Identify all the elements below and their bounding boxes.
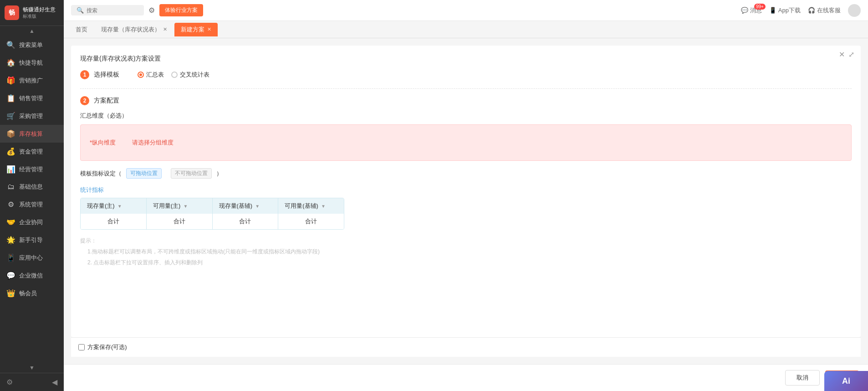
stats-col-2-header[interactable]: 可用量(主) ▼ [147, 198, 213, 214]
app-download-button[interactable]: 📱 App下载 [769, 6, 801, 15]
content-area: ✕ ⤢ 现存量(库存状况表)方案设置 1 选择模板 汇总表 [64, 38, 868, 364]
home-icon: 🏠 [6, 58, 15, 67]
search-bar[interactable]: 🔍 [71, 5, 144, 15]
radio-crosstab[interactable]: 交叉统计表 [171, 71, 209, 79]
sidebar-item-operations[interactable]: 📊 经营管理 [0, 160, 64, 178]
sidebar-item-inventory[interactable]: 📦 库存核算 [0, 125, 64, 143]
sidebar-item-label: 企业协同 [19, 218, 43, 226]
stats-col-3-label: 现存量(基辅) [219, 202, 253, 210]
message-badge: 99+ [754, 4, 766, 10]
search-menu-icon: 🔍 [6, 41, 15, 49]
sidebar-scroll-up[interactable]: ▲ [0, 26, 64, 36]
collapse-icon[interactable]: ◀ [52, 378, 57, 386]
sidebar-item-search-menu[interactable]: 🔍 搜索菜单 [0, 36, 64, 54]
panel-controls: ✕ ⤢ [839, 50, 854, 59]
app-name: 畅赚通好生意 [23, 6, 56, 14]
sidebar-item-label: 采购管理 [19, 112, 43, 120]
messages-button[interactable]: 💬 消息 99+ [741, 6, 762, 15]
tab-close-inventory[interactable]: ✕ [163, 26, 167, 32]
sidebar-item-quick-nav[interactable]: 🏠 快捷导航 [0, 54, 64, 72]
chevron-down-icon-3: ▼ [255, 204, 260, 209]
stats-cell-2: 合计 [147, 214, 213, 229]
step1-header: 1 选择模板 汇总表 交叉统计表 [80, 70, 852, 79]
save-label[interactable]: 方案保存(可选) [87, 343, 127, 351]
online-service-label: 在线客服 [817, 6, 841, 15]
page-title: 现存量(库存状况表)方案设置 [80, 55, 852, 63]
tab-inventory-status[interactable]: 现存量（库存状况表） ✕ [95, 23, 174, 36]
app-center-icon: 📱 [6, 253, 15, 262]
sidebar-item-member[interactable]: 👑 畅会员 [0, 284, 64, 302]
dimension-box[interactable]: *纵向维度 请选择分组维度 [80, 124, 852, 161]
sidebar-nav: 🔍 搜索菜单 🏠 快捷导航 🎁 营销推广 📋 销售管理 🛒 采购管理 📦 库存核… [0, 36, 64, 363]
app-logo-icon: 畅 [5, 5, 19, 20]
dimension-required-text: *纵向维度 [90, 139, 116, 147]
step1-title: 选择模板 [94, 71, 119, 79]
ai-float-button[interactable]: Ai [824, 371, 868, 391]
stats-col-3-header[interactable]: 现存量(基辅) ▼ [213, 198, 279, 214]
sidebar-item-sales[interactable]: 📋 销售管理 [0, 89, 64, 107]
purchase-icon: 🛒 [6, 112, 15, 120]
tab-inventory-label: 现存量（库存状况表） [101, 26, 160, 34]
sidebar-item-label: 营销推广 [19, 77, 43, 85]
tip-item-1: 1.拖动标题栏可以调整布局，不可跨维度或指标区域拖动(只能在同一维度或指标区域内… [80, 246, 852, 257]
download-icon: 📱 [769, 7, 776, 14]
stats-cell-1: 合计 [81, 214, 147, 229]
sidebar-item-basic-info[interactable]: 🗂 基础信息 [0, 178, 64, 196]
sidebar-item-label: 基础信息 [19, 183, 43, 191]
main-area: 🔍 ⚙ 体验行业方案 💬 消息 99+ 📱 App下载 🎧 在线客服 [64, 0, 868, 391]
message-icon: 💬 [741, 7, 748, 14]
sidebar-item-label: 搜索菜单 [19, 41, 43, 49]
sidebar-item-new-guide[interactable]: 🌟 新手引导 [0, 231, 64, 249]
finance-icon: 💰 [6, 147, 15, 156]
app-version: 标准版 [23, 13, 56, 20]
sidebar-item-marketing[interactable]: 🎁 营销推广 [0, 72, 64, 89]
sidebar-item-wechat[interactable]: 💬 企业微信 [0, 267, 64, 284]
sidebar-scroll-down[interactable]: ▼ [0, 363, 64, 373]
sidebar-item-purchase[interactable]: 🛒 采购管理 [0, 107, 64, 125]
stats-title: 统计指标 [80, 186, 852, 194]
stats-col-4-label: 可用量(基辅) [285, 202, 318, 210]
tab-bar: 首页 现存量（库存状况表） ✕ 新建方案 ✕ [64, 21, 868, 38]
stats-col-1-header[interactable]: 现存量(主) ▼ [81, 198, 147, 214]
tab-close-new-plan[interactable]: ✕ [207, 26, 211, 32]
user-avatar[interactable] [848, 4, 861, 17]
stats-table-header: 现存量(主) ▼ 可用量(主) ▼ 现存量(基辅) ▼ [81, 198, 344, 214]
template-radio-group: 汇总表 交叉统计表 [138, 71, 209, 79]
summary-dimension-label: 汇总维度（必选） [80, 112, 852, 120]
radio-summary[interactable]: 汇总表 [138, 71, 164, 79]
step1-section: 1 选择模板 汇总表 交叉统计表 [80, 70, 852, 79]
sidebar-item-label: 畅会员 [19, 289, 37, 298]
step2-badge: 2 [80, 96, 89, 105]
online-service-button[interactable]: 🎧 在线客服 [808, 6, 841, 15]
chevron-down-icon-2: ▼ [183, 204, 188, 209]
stats-table-body: 合计 合计 合计 合计 [81, 214, 344, 229]
tab-new-plan[interactable]: 新建方案 ✕ [174, 23, 218, 36]
sidebar-logo: 畅 畅赚通好生意 标准版 [0, 0, 64, 26]
sidebar-item-label: 企业微信 [19, 272, 43, 280]
industry-plan-button[interactable]: 体验行业方案 [159, 4, 203, 16]
gear-button[interactable]: ⚙ [148, 6, 155, 15]
sidebar-item-finance[interactable]: 💰 资金管理 [0, 143, 64, 160]
sidebar-item-system[interactable]: ⚙ 系统管理 [0, 196, 64, 213]
cancel-button[interactable]: 取消 [785, 370, 820, 386]
gift-icon: 🎁 [6, 76, 15, 85]
step2-section: 2 方案配置 汇总维度（必选） *纵向维度 请选择分组维度 模板指标设定（ 可拖 [80, 96, 852, 268]
sidebar-item-label: 应用中心 [19, 254, 43, 262]
search-input[interactable] [87, 7, 138, 14]
chevron-down-icon-1: ▼ [117, 204, 122, 209]
basic-info-icon: 🗂 [6, 183, 15, 191]
stats-col-4-header[interactable]: 可用量(基辅) ▼ [278, 198, 344, 214]
non-draggable-badge: 不可拖动位置 [171, 168, 212, 179]
bottom-action-bar: 取消 查询 [64, 364, 868, 391]
expand-panel-button[interactable]: ⤢ [848, 50, 854, 59]
sidebar-item-enterprise[interactable]: 🤝 企业协同 [0, 213, 64, 231]
sidebar: 畅 畅赚通好生意 标准版 ▲ 🔍 搜索菜单 🏠 快捷导航 🎁 营销推广 📋 销售… [0, 0, 64, 391]
close-panel-button[interactable]: ✕ [839, 50, 845, 59]
save-section: 方案保存(可选) [71, 337, 861, 357]
sidebar-item-app-center[interactable]: 📱 应用中心 [0, 249, 64, 267]
settings-icon[interactable]: ⚙ [6, 378, 13, 386]
tab-home[interactable]: 首页 [69, 23, 94, 36]
search-icon: 🔍 [77, 7, 84, 14]
headset-icon: 🎧 [808, 7, 815, 14]
save-checkbox[interactable] [78, 344, 85, 350]
